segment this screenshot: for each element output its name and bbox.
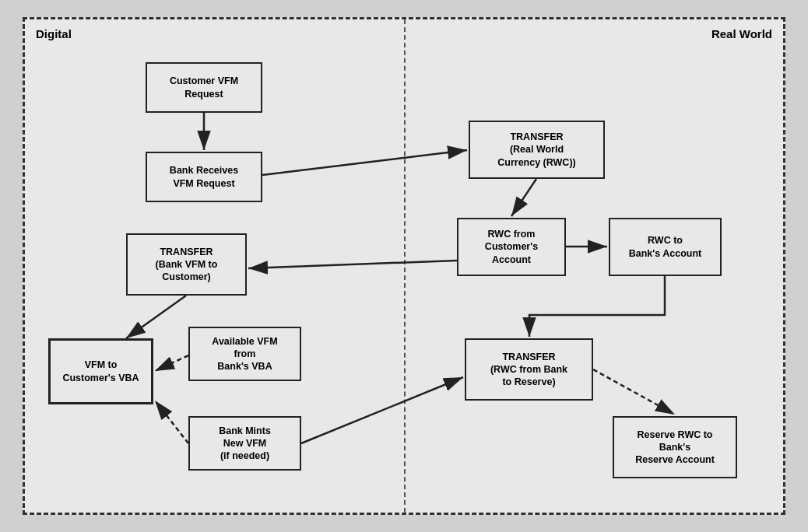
svg-line-5 [511,179,536,216]
svg-line-10 [301,377,463,443]
transfer-rwc-reserve: TRANSFER(RWC from Bankto Reserve) [465,338,593,401]
rwc-from-customer: RWC fromCustomer'sAccount [457,218,566,276]
svg-line-9 [155,401,188,443]
svg-line-11 [593,369,675,415]
vfm-to-customer-vba: VFM toCustomer's VBA [48,338,153,404]
realworld-label: Real World [711,27,772,40]
transfer-bank-vfm: TRANSFER(Bank VFM toCustomer) [126,233,247,296]
vertical-divider [404,19,406,513]
digital-label: Digital [36,27,72,40]
rwc-to-bank: RWC toBank's Account [609,218,722,276]
reserve-rwc: Reserve RWC toBank'sReserve Account [613,416,737,478]
available-vfm: Available VFMfromBank's VBA [188,327,301,381]
svg-line-3 [262,150,467,175]
svg-line-7 [126,296,186,338]
svg-line-6 [248,261,457,268]
bank-receives-vfm: Bank ReceivesVFM Request [146,152,262,202]
diagram: Digital Real World [23,17,785,515]
customer-vfm-request: Customer VFMRequest [146,62,262,113]
svg-line-8 [155,355,188,371]
transfer-real-world: TRANSFER(Real WorldCurrency (RWC)) [469,121,605,179]
bank-mints-vfm: Bank MintsNew VFM(if needed) [188,416,301,471]
